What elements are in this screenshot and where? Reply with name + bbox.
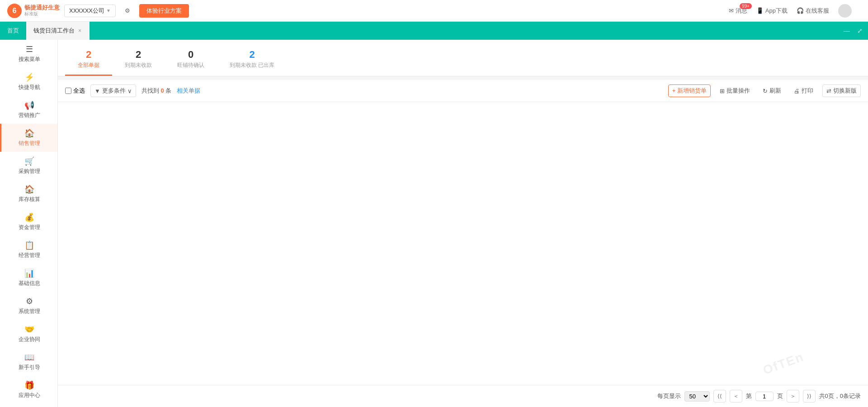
content-area: 2 全部单据 2 到期未收款 0 旺铺待确认 2 到期未收款 已出库 全选	[58, 40, 868, 407]
sidebar-item-quicknav[interactable]: ⚡ 快捷导航	[0, 68, 57, 96]
tab-cash-daily-label: 钱货日清工作台	[33, 27, 75, 35]
toolbar-right: + 新增销货单 ⊞ 批量操作 ↻ 刷新 🖨 打印 ⇄ 切换新版	[668, 84, 861, 97]
header-right: ✉ 消息 99+ 📱 App下载 🎧 在线客服	[729, 4, 861, 18]
page-input[interactable]	[755, 392, 774, 401]
tab-minimize-icon[interactable]: —	[842, 25, 852, 36]
sidebar-item-wechat[interactable]: 💬 企业微信	[0, 404, 57, 407]
prev-page-button[interactable]: ＜	[730, 390, 742, 402]
sidebar-item-system[interactable]: ⚙ 系统管理	[0, 292, 57, 320]
related-docs-link[interactable]: 相关单据	[177, 87, 200, 95]
sidebar: ☰ 搜索菜单 ⚡ 快捷导航 📢 营销推广 🏠 销售管理 🛒 采购管理 🏠 库存核…	[0, 40, 58, 407]
guide-icon: 📖	[24, 352, 34, 362]
last-page-button[interactable]: ⟩⟩	[803, 390, 816, 402]
sidebar-coop-label: 企业协同	[19, 336, 40, 343]
page-suffix: 页	[777, 392, 783, 400]
coop-icon: 🤝	[24, 324, 34, 334]
tab-maximize-icon[interactable]: ⤢	[855, 25, 864, 36]
stat-tab-pending[interactable]: 0 旺铺待确认	[165, 45, 217, 76]
tab-bar: 首页 钱货日清工作台 × — ⤢	[0, 22, 868, 40]
download-icon: 📱	[756, 7, 764, 14]
tab-close-icon[interactable]: ×	[77, 27, 82, 35]
stat-overdue-number: 2	[136, 49, 141, 61]
message-button[interactable]: ✉ 消息 99+	[729, 7, 747, 15]
sidebar-item-appcenter[interactable]: 🎁 应用中心	[0, 376, 57, 404]
chevron-icon: ∨	[127, 88, 132, 94]
logo-text: 畅捷通好生意 标准版	[24, 4, 60, 18]
sidebar-operations-label: 经营管理	[19, 252, 40, 259]
add-sales-order-button[interactable]: + 新增销货单	[668, 84, 711, 97]
stat-overdue-label: 到期未收款	[125, 61, 152, 69]
first-page-button[interactable]: ⟨⟨	[713, 390, 726, 402]
sidebar-marketing-label: 营销推广	[19, 112, 40, 119]
filter-button[interactable]: ▼ 更多条件 ∨	[90, 84, 136, 97]
sidebar-item-search[interactable]: ☰ 搜索菜单	[0, 40, 57, 68]
next-page-button[interactable]: ＞	[787, 390, 799, 402]
stats-tabs: 2 全部单据 2 到期未收款 0 旺铺待确认 2 到期未收款 已出库	[58, 40, 868, 76]
sidebar-item-operations[interactable]: 📋 经营管理	[0, 236, 57, 264]
refresh-button[interactable]: ↻ 刷新	[759, 85, 785, 97]
sidebar-inventory-label: 库存核算	[19, 196, 40, 203]
switch-label: 切换新版	[833, 87, 857, 95]
sidebar-item-marketing[interactable]: 📢 营销推广	[0, 96, 57, 124]
appcenter-icon: 🎁	[24, 380, 34, 390]
switch-icon: ⇄	[826, 88, 831, 94]
header-left: 6 畅捷通好生意 标准版 XXXXXX公司 ▼ ⚙ 体验行业方案	[7, 4, 189, 18]
per-page-label: 每页显示	[657, 392, 681, 400]
system-icon: ⚙	[26, 296, 33, 306]
select-all-checkbox[interactable]	[65, 88, 71, 94]
finance-icon: 💰	[24, 212, 34, 222]
sidebar-item-guide[interactable]: 📖 新手引导	[0, 348, 57, 376]
tab-home[interactable]: 首页	[0, 22, 26, 40]
select-all-area[interactable]: 全选	[65, 87, 85, 95]
table-area	[58, 102, 868, 385]
sidebar-item-purchase[interactable]: 🛒 采购管理	[0, 152, 57, 180]
pagination: 每页显示 50 100 200 ⟨⟨ ＜ 第 页 ＞ ⟩⟩ 共0页，0条记录	[58, 385, 868, 407]
select-all-label: 全选	[73, 87, 85, 95]
sidebar-sales-label: 销售管理	[19, 140, 40, 147]
app-download-label: App下载	[765, 7, 788, 15]
stat-all-number: 2	[86, 49, 91, 61]
refresh-label: 刷新	[769, 87, 781, 95]
app-download-button[interactable]: 📱 App下载	[756, 7, 788, 15]
main-layout: ☰ 搜索菜单 ⚡ 快捷导航 📢 营销推广 🏠 销售管理 🛒 采购管理 🏠 库存核…	[0, 40, 868, 407]
app-subtitle: 标准版	[24, 11, 60, 17]
purchase-icon: 🛒	[24, 156, 34, 166]
print-button[interactable]: 🖨 打印	[790, 85, 817, 97]
sidebar-item-basic[interactable]: 📊 基础信息	[0, 264, 57, 292]
marketing-icon: 📢	[24, 100, 34, 110]
stat-all-label: 全部单据	[78, 61, 99, 69]
company-name: XXXXXX公司	[69, 7, 104, 15]
company-selector[interactable]: XXXXXX公司 ▼	[64, 5, 116, 17]
total-label: 共0页，0条记录	[819, 392, 861, 400]
stat-shipped-number: 2	[250, 49, 255, 61]
stat-tab-all[interactable]: 2 全部单据	[65, 45, 112, 76]
sidebar-item-coop[interactable]: 🤝 企业协同	[0, 320, 57, 348]
sidebar-item-inventory[interactable]: 🏠 库存核算	[0, 180, 57, 208]
tab-cash-daily[interactable]: 钱货日清工作台 ×	[26, 22, 90, 40]
avatar[interactable]	[838, 4, 852, 18]
online-service-label: 在线客服	[806, 7, 829, 15]
stat-tab-shipped[interactable]: 2 到期未收款 已出库	[217, 45, 287, 76]
batch-operation-button[interactable]: ⊞ 批量操作	[716, 85, 754, 97]
online-service-button[interactable]: 🎧 在线客服	[797, 7, 829, 15]
stat-tab-overdue[interactable]: 2 到期未收款	[112, 45, 165, 76]
sidebar-item-finance[interactable]: 💰 资金管理	[0, 208, 57, 236]
per-page-select[interactable]: 50 100 200	[684, 391, 710, 402]
service-icon: 🎧	[797, 7, 804, 14]
print-label: 打印	[802, 87, 813, 95]
sidebar-search-label: 搜索菜单	[19, 56, 40, 63]
switch-version-button[interactable]: ⇄ 切换新版	[822, 84, 861, 97]
page-label: 第	[746, 392, 752, 400]
print-icon: 🖨	[794, 88, 800, 94]
filter-label: 更多条件	[102, 87, 126, 95]
sidebar-quicknav-label: 快捷导航	[19, 84, 40, 91]
sidebar-basic-label: 基础信息	[19, 280, 40, 287]
sidebar-system-label: 系统管理	[19, 308, 40, 315]
settings-button[interactable]: ⚙	[120, 4, 135, 18]
sidebar-item-sales[interactable]: 🏠 销售管理	[0, 124, 57, 152]
refresh-icon: ↻	[763, 88, 768, 94]
inventory-icon: 🏠	[24, 184, 34, 194]
sales-icon: 🏠	[24, 128, 34, 138]
found-count: 0	[161, 87, 164, 94]
experience-button[interactable]: 体验行业方案	[139, 4, 189, 18]
